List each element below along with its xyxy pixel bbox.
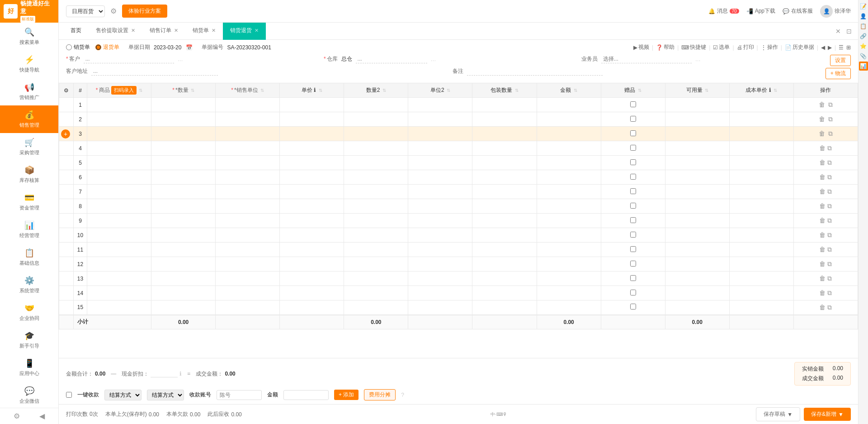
- delete-row-icon[interactable]: 🗑: [818, 115, 826, 123]
- gift-check-11[interactable]: [630, 246, 636, 252]
- copy-row-icon[interactable]: ⧉: [827, 101, 834, 108]
- staff-more-icon[interactable]: …: [695, 56, 701, 62]
- col-gear-icon[interactable]: ⚙: [64, 87, 69, 94]
- sort-available-icon[interactable]: ⇅: [705, 88, 708, 93]
- bank-input[interactable]: [217, 390, 262, 400]
- print-link[interactable]: 🖨 打印: [737, 43, 754, 51]
- copy-row-icon[interactable]: ⧉: [826, 217, 833, 224]
- copy-row-icon[interactable]: ⧉: [827, 115, 834, 123]
- delete-row-icon[interactable]: 🗑: [818, 275, 826, 282]
- gift-check-15[interactable]: [630, 304, 636, 310]
- delete-row-icon[interactable]: 🗑: [818, 144, 826, 152]
- gift-check-3[interactable]: [630, 130, 636, 136]
- sidebar-item-finance[interactable]: 💳 资金管理: [0, 188, 58, 216]
- warehouse-input[interactable]: [356, 55, 427, 63]
- tab-sales-close[interactable]: ✕: [212, 28, 216, 33]
- collapse-icon[interactable]: ◀: [39, 412, 45, 420]
- gift-check-2[interactable]: [630, 116, 636, 122]
- tab-sales-order[interactable]: 销售订单 ✕: [142, 23, 185, 40]
- sort-pack-icon[interactable]: ⇅: [515, 88, 519, 93]
- delete-row-icon[interactable]: 🗑: [818, 217, 826, 224]
- scan-barcode-btn[interactable]: 扫码录入: [111, 86, 137, 95]
- goods-input-3[interactable]: [89, 131, 149, 137]
- delete-row-icon[interactable]: 🗑: [818, 202, 826, 210]
- copy-row-icon[interactable]: ⧉: [826, 246, 833, 253]
- prev-record-icon[interactable]: ◀: [821, 44, 825, 51]
- delete-row-icon[interactable]: 🗑: [818, 101, 826, 108]
- sidebar-item-marketing[interactable]: 📢 营销推广: [0, 78, 58, 105]
- gift-check-14[interactable]: [630, 290, 636, 295]
- fee-help-icon[interactable]: ?: [401, 392, 404, 398]
- cash-discount-input[interactable]: [151, 371, 178, 377]
- maximize-icon[interactable]: ⊡: [844, 27, 854, 36]
- sidebar-item-operations[interactable]: 📊 经营管理: [0, 216, 58, 243]
- tab-sales-return-close[interactable]: ✕: [255, 28, 259, 33]
- sidebar-item-shortcuts[interactable]: ⚡ 快捷导航: [0, 50, 58, 78]
- help-link[interactable]: ❓ 帮助: [656, 43, 675, 51]
- delete-row-icon[interactable]: 🗑: [818, 173, 826, 181]
- close-tab-icon[interactable]: ✕: [834, 27, 843, 36]
- right-panel-icon-7[interactable]: 📊: [859, 62, 868, 71]
- right-panel-icon-2[interactable]: 👤: [859, 12, 868, 21]
- sort-amount-icon[interactable]: ⇅: [574, 88, 577, 93]
- settlement-select[interactable]: 结算方式: [104, 390, 142, 400]
- copy-row-icon[interactable]: ⧉: [827, 130, 834, 137]
- staff-input[interactable]: [601, 55, 692, 63]
- copy-row-icon[interactable]: ⧉: [826, 304, 833, 311]
- gift-check-4[interactable]: [630, 145, 636, 151]
- save-new-btn[interactable]: 保存&新增 ▼: [804, 408, 851, 421]
- select-link[interactable]: ☑ 选单: [713, 43, 730, 51]
- sidebar-item-purchase[interactable]: 🛒 采购管理: [0, 133, 58, 161]
- copy-row-icon[interactable]: ⧉: [826, 144, 833, 152]
- delete-row-icon[interactable]: 🗑: [818, 130, 826, 137]
- save-draft-btn[interactable]: 保存草稿 ▼: [756, 407, 800, 421]
- address-input[interactable]: [91, 67, 218, 76]
- gift-check-12[interactable]: [630, 261, 636, 267]
- delete-row-icon[interactable]: 🗑: [818, 159, 826, 166]
- dropdown-arrow-icon[interactable]: ▼: [838, 411, 844, 418]
- copy-row-icon[interactable]: ⧉: [826, 231, 833, 238]
- sort-goods-icon[interactable]: ⇅: [139, 88, 142, 93]
- video-link[interactable]: ▶ 视频: [633, 43, 649, 51]
- message-badge[interactable]: 🔔 消息 70: [708, 7, 739, 15]
- gift-check-6[interactable]: [630, 174, 636, 180]
- delete-row-icon[interactable]: 🗑: [818, 260, 826, 267]
- one-click-collect-check[interactable]: [66, 392, 72, 398]
- calc-method-select[interactable]: 结算方式: [147, 390, 184, 400]
- view-grid-icon[interactable]: ⊞: [846, 44, 851, 51]
- amount-input[interactable]: [283, 390, 329, 400]
- right-panel-icon-5[interactable]: ⭐: [859, 42, 868, 51]
- sidebar-item-collab[interactable]: 🤝 企业协同: [0, 299, 58, 326]
- view-list-icon[interactable]: ☰: [839, 44, 844, 51]
- add-payment-btn[interactable]: + 添加: [334, 390, 359, 400]
- gift-check-10[interactable]: [630, 232, 636, 238]
- copy-row-icon[interactable]: ⧉: [826, 202, 833, 210]
- right-panel-icon-6[interactable]: 📎: [859, 52, 868, 61]
- tab-home[interactable]: 首页: [63, 23, 89, 40]
- topbar-gear-icon[interactable]: ⚙: [110, 7, 117, 15]
- sort-cost-icon[interactable]: ⇅: [774, 88, 777, 93]
- sort-qty2-icon[interactable]: ⇅: [382, 88, 386, 93]
- copy-row-icon[interactable]: ⧉: [826, 260, 833, 267]
- sort-unit-icon[interactable]: ⇅: [260, 88, 264, 93]
- operate-link[interactable]: ⋮ 操作: [761, 43, 778, 51]
- radio-return[interactable]: 退货单: [95, 43, 119, 51]
- gift-check-13[interactable]: [630, 275, 636, 281]
- copy-row-icon[interactable]: ⧉: [826, 159, 833, 166]
- goods-input-1[interactable]: [89, 102, 149, 108]
- sidebar-item-system[interactable]: ⚙️ 系统管理: [0, 271, 58, 299]
- tab-price-close[interactable]: ✕: [131, 28, 135, 33]
- gift-check-5[interactable]: [630, 159, 636, 165]
- calendar-icon[interactable]: 📅: [186, 44, 193, 51]
- tab-sales-order-close[interactable]: ✕: [174, 28, 178, 33]
- history-link[interactable]: 📄 历史单据: [785, 43, 814, 51]
- next-record-icon[interactable]: ▶: [828, 44, 832, 51]
- right-panel-icon-3[interactable]: 📋: [859, 22, 868, 31]
- copy-row-icon[interactable]: ⧉: [826, 173, 833, 181]
- gift-check-7[interactable]: [630, 188, 636, 194]
- copy-row-icon[interactable]: ⧉: [826, 289, 833, 296]
- tab-sales-return[interactable]: 销货退货 ✕: [223, 23, 266, 40]
- customer-input[interactable]: [84, 55, 174, 63]
- user-profile[interactable]: 👤 徐泽华: [820, 5, 851, 18]
- discount-help-icon[interactable]: ℹ: [179, 371, 182, 377]
